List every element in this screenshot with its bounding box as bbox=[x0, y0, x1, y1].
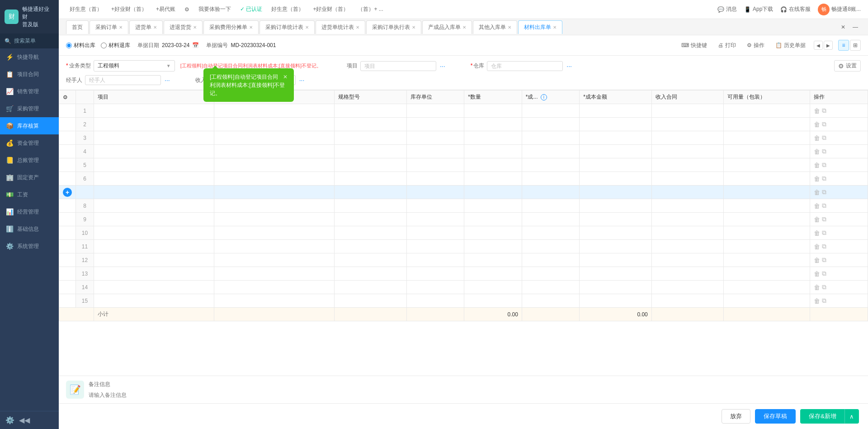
td-unit-7[interactable] bbox=[406, 186, 464, 199]
td-cost-5[interactable] bbox=[522, 158, 580, 172]
td-project-3[interactable] bbox=[94, 131, 214, 145]
td-income-10[interactable] bbox=[651, 226, 723, 240]
sidebar-item-project[interactable]: 📋 项目合同 bbox=[0, 66, 59, 83]
copy-icon[interactable]: ⧉ bbox=[822, 215, 826, 223]
copy-icon[interactable]: ⧉ bbox=[822, 161, 826, 169]
td-available-4[interactable] bbox=[724, 145, 810, 158]
td-material-10[interactable] bbox=[214, 226, 335, 240]
td-cost-13[interactable] bbox=[522, 267, 580, 281]
td-qty-3[interactable] bbox=[464, 131, 522, 145]
td-cost-amt-6[interactable] bbox=[580, 172, 651, 186]
td-unit-3[interactable] bbox=[406, 131, 464, 145]
td-material-15[interactable] bbox=[214, 294, 335, 308]
td-qty-11[interactable] bbox=[464, 240, 522, 253]
tab-minimize[interactable]: — bbox=[850, 23, 861, 31]
td-income-6[interactable] bbox=[651, 172, 723, 186]
save-draft-button[interactable]: 保存草稿 bbox=[755, 409, 796, 424]
delete-icon[interactable]: 🗑 bbox=[814, 216, 820, 223]
td-qty-6[interactable] bbox=[464, 172, 522, 186]
td-qty-4[interactable] bbox=[464, 145, 522, 158]
td-spec-10[interactable] bbox=[335, 226, 406, 240]
td-income-5[interactable] bbox=[651, 158, 723, 172]
td-project-12[interactable] bbox=[94, 253, 214, 267]
td-cost-amt-15[interactable] bbox=[580, 294, 651, 308]
td-project-1[interactable] bbox=[94, 104, 214, 118]
discard-button[interactable]: 放弃 bbox=[722, 409, 750, 424]
project-cell-input[interactable] bbox=[98, 189, 210, 195]
td-cost-amt-3[interactable] bbox=[580, 131, 651, 145]
td-cost-amt-13[interactable] bbox=[580, 267, 651, 281]
td-available-8[interactable] bbox=[724, 199, 810, 213]
td-qty-15[interactable] bbox=[464, 294, 522, 308]
td-unit-10[interactable] bbox=[406, 226, 464, 240]
list-view-btn[interactable]: ≡ bbox=[838, 40, 849, 51]
td-project-5[interactable] bbox=[94, 158, 214, 172]
td-unit-12[interactable] bbox=[406, 253, 464, 267]
history-btn[interactable]: 📋 历史单据 bbox=[773, 40, 808, 51]
delete-icon[interactable]: 🗑 bbox=[814, 229, 820, 237]
td-material-8[interactable] bbox=[214, 199, 335, 213]
delete-icon[interactable]: 🗑 bbox=[814, 162, 820, 169]
td-unit-8[interactable] bbox=[406, 199, 464, 213]
td-spec-6[interactable] bbox=[335, 172, 406, 186]
tab-homepage[interactable]: 首页 bbox=[66, 20, 89, 34]
td-qty-10[interactable] bbox=[464, 226, 522, 240]
settings-button[interactable]: ⚙ 设置 bbox=[834, 60, 861, 72]
tab-other-inbound[interactable]: 其他入库单 ✕ bbox=[473, 20, 517, 34]
notes-input[interactable] bbox=[89, 392, 861, 398]
business-type-select[interactable]: 工程领料 ▼ bbox=[94, 60, 175, 72]
sidebar-item-search[interactable]: 🔍 搜索菜单 bbox=[0, 33, 59, 48]
td-cost-amt-4[interactable] bbox=[580, 145, 651, 158]
copy-icon[interactable]: ⧉ bbox=[822, 270, 826, 277]
settings-bottom-icon[interactable]: ⚙️ bbox=[5, 416, 14, 424]
td-cost-14[interactable] bbox=[522, 281, 580, 294]
tab-inbound[interactable]: 进货单 ✕ bbox=[129, 20, 163, 34]
copy-icon[interactable]: ⧉ bbox=[822, 148, 826, 155]
td-project-15[interactable] bbox=[94, 294, 214, 308]
td-material-9[interactable] bbox=[214, 213, 335, 226]
sidebar-item-shortcut[interactable]: ⚡ 快捷导航 bbox=[0, 48, 59, 66]
td-material-4[interactable] bbox=[214, 145, 335, 158]
td-project-4[interactable] bbox=[94, 145, 214, 158]
td-unit-9[interactable] bbox=[406, 213, 464, 226]
td-spec-11[interactable] bbox=[335, 240, 406, 253]
tab-close-icon[interactable]: ✕ bbox=[462, 25, 466, 30]
td-cost-amt-12[interactable] bbox=[580, 253, 651, 267]
tab-close-icon[interactable]: ✕ bbox=[412, 25, 415, 30]
td-spec-14[interactable] bbox=[335, 281, 406, 294]
cost-info-icon[interactable]: i bbox=[541, 94, 547, 100]
income-contract-ellipsis[interactable]: ··· bbox=[299, 76, 305, 84]
copy-icon[interactable]: ⧉ bbox=[822, 107, 826, 114]
copy-icon[interactable]: ⧉ bbox=[822, 256, 826, 264]
shortcut-btn[interactable]: ⌨ 快捷键 bbox=[679, 40, 710, 51]
sidebar-item-inventory[interactable]: 📦 库存核算 bbox=[0, 117, 59, 134]
td-income-4[interactable] bbox=[651, 145, 723, 158]
tab-close-icon[interactable]: ✕ bbox=[356, 25, 359, 30]
td-qty-5[interactable] bbox=[464, 158, 522, 172]
td-available-11[interactable] bbox=[724, 240, 810, 253]
tab-inbound-return[interactable]: 进退货货 ✕ bbox=[164, 20, 203, 34]
td-cost-amt-2[interactable] bbox=[580, 118, 651, 131]
td-available-10[interactable] bbox=[724, 226, 810, 240]
tab-purchase-stats[interactable]: 采购订单统计表 ✕ bbox=[259, 20, 315, 34]
td-available-12[interactable] bbox=[724, 253, 810, 267]
delete-icon[interactable]: 🗑 bbox=[814, 202, 820, 210]
td-cost-3[interactable] bbox=[522, 131, 580, 145]
td-unit-6[interactable] bbox=[406, 172, 464, 186]
td-project-11[interactable] bbox=[94, 240, 214, 253]
td-qty-13[interactable] bbox=[464, 267, 522, 281]
tab-close-icon[interactable]: ✕ bbox=[153, 25, 157, 30]
topbar-nav-haoyecai[interactable]: +好业财（首） bbox=[108, 4, 151, 15]
td-available-3[interactable] bbox=[724, 131, 810, 145]
topbar-app-download[interactable]: 📱 App下载 bbox=[744, 5, 773, 13]
td-cost-amt-1[interactable] bbox=[580, 104, 651, 118]
tab-inbound-stats[interactable]: 进货单统计表 ✕ bbox=[316, 20, 365, 34]
copy-icon[interactable]: ⧉ bbox=[822, 283, 826, 291]
next-arrow[interactable]: ▶ bbox=[824, 41, 833, 50]
td-cost-4[interactable] bbox=[522, 145, 580, 158]
delete-icon[interactable]: 🗑 bbox=[814, 243, 820, 250]
td-unit-15[interactable] bbox=[406, 294, 464, 308]
save-new-dropdown[interactable]: ∧ bbox=[844, 409, 859, 424]
sidebar-item-sales[interactable]: 📈 销售管理 bbox=[0, 83, 59, 100]
td-project-7[interactable] bbox=[94, 186, 214, 199]
